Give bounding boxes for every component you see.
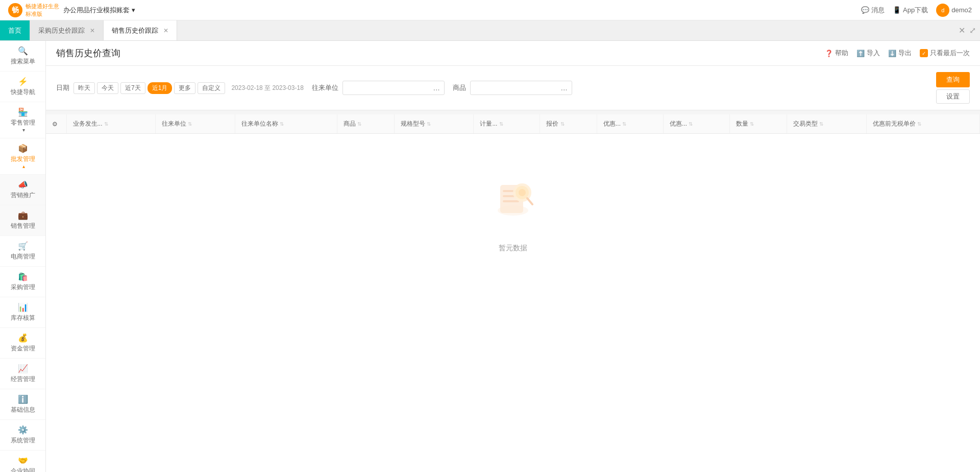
sort-icon: ⇅ <box>622 121 626 127</box>
tab-home[interactable]: 首页 <box>0 20 30 40</box>
purchase-icon: 🛍️ <box>18 272 28 281</box>
settings-button[interactable]: 设置 <box>936 89 970 104</box>
date-btn-more[interactable]: 更多 <box>174 82 195 94</box>
sidebar-item-inventory[interactable]: 📊 库存核算 <box>0 297 45 328</box>
sidebar-item-finance[interactable]: 💰 资金管理 <box>0 328 45 359</box>
date-btn-yesterday[interactable]: 昨天 <box>74 82 95 94</box>
sales-mgmt-icon: 💼 <box>18 210 28 220</box>
chevron-up-icon: ▴ <box>22 163 25 169</box>
goods-filter-field[interactable]: ... <box>470 81 572 95</box>
page-header: 销售历史价查询 ❓ 帮助 ⬆️ 导入 ⬇️ 导出 ✓ 只看最后一次 <box>46 41 980 66</box>
message-button[interactable]: 💬 消息 <box>861 6 885 15</box>
sidebar-item-purchase-label: 采购管理 <box>11 283 35 292</box>
date-filter-group: 日期 昨天 今天 近7天 近1月 更多 自定义 2023-02-18 至 202… <box>56 82 304 94</box>
sidebar-item-retail[interactable]: 🏪 零售管理 ▾ <box>0 102 45 138</box>
table-col-trade-type[interactable]: 交易类型 ⇅ <box>787 114 866 134</box>
table-col-partner-code[interactable]: 往来单位 ⇅ <box>155 114 235 134</box>
sidebar-item-ecommerce-label: 电商管理 <box>11 252 35 261</box>
sidebar-item-basic-label: 基础信息 <box>11 406 35 414</box>
sidebar-item-purchase[interactable]: 🛍️ 采购管理 <box>0 267 45 297</box>
tab-sales-history-close[interactable]: ✕ <box>163 27 168 34</box>
sidebar-item-basic[interactable]: ℹ️ 基础信息 <box>0 389 45 420</box>
date-buttons: 昨天 今天 近7天 近1月 更多 自定义 <box>74 82 225 94</box>
logo-icon: 畅 <box>8 3 22 17</box>
sidebar-item-retail-label: 零售管理 <box>11 119 35 127</box>
table-col-spec[interactable]: 规格型号 ⇅ <box>394 114 474 134</box>
import-button[interactable]: ⬆️ 导入 <box>856 49 880 58</box>
query-button[interactable]: 查询 <box>936 72 970 87</box>
tab-purchase-history-close[interactable]: ✕ <box>90 27 95 34</box>
table-col-unit[interactable]: 计量... ⇅ <box>474 114 540 134</box>
table-col-qty[interactable]: 数量 ⇅ <box>730 114 787 134</box>
date-btn-today[interactable]: 今天 <box>97 82 118 94</box>
sidebar-item-enterprise[interactable]: 🤝 企业协同 <box>0 451 45 472</box>
date-btn-last7[interactable]: 近7天 <box>120 82 145 94</box>
help-icon: ❓ <box>825 50 833 57</box>
sidebar-item-sales-mgmt[interactable]: 💼 销售管理 <box>0 205 45 236</box>
sidebar-item-system-label: 系统管理 <box>11 436 35 445</box>
empty-text: 暂元数据 <box>499 244 527 253</box>
shortcut-icon: ⚡ <box>18 77 28 86</box>
sidebar-item-operation[interactable]: 📈 经营管理 <box>0 359 45 389</box>
date-btn-last1m[interactable]: 近1月 <box>148 82 173 94</box>
partner-filter-field[interactable]: ... <box>342 81 445 95</box>
table-col-gear[interactable]: ⚙ <box>46 114 66 134</box>
partner-filter-group: 往来单位 ... <box>312 81 445 95</box>
app-download-button[interactable]: 📱 App下载 <box>893 6 928 15</box>
sort-icon: ⇅ <box>280 121 284 127</box>
topbar: 畅 畅捷通好生意 标准版 办公用品行业模拟账套 ▾ 💬 消息 📱 App下载 d… <box>0 0 980 20</box>
sidebar-item-wholesale-label: 批发管理 <box>11 155 35 163</box>
table-col-goods[interactable]: 商品 ⇅ <box>337 114 395 134</box>
sidebar-item-shortcut[interactable]: ⚡ 快捷导航 <box>0 72 45 102</box>
date-btn-custom[interactable]: 自定义 <box>198 82 225 94</box>
maximize-tab-action[interactable]: ⤢ <box>969 26 976 35</box>
filter-actions: 查询 设置 <box>936 72 970 104</box>
sort-icon: ⇅ <box>427 121 431 127</box>
sidebar: 🔍 搜索菜单 ⚡ 快捷导航 🏪 零售管理 ▾ 📦 批发管理 ▴ 📣 营销推广 💼… <box>0 41 46 472</box>
only-last-checkbox[interactable]: ✓ 只看最后一次 <box>920 49 970 58</box>
sidebar-item-inventory-label: 库存核算 <box>11 314 35 322</box>
svg-point-8 <box>519 189 526 196</box>
sidebar-item-search-label: 搜索菜单 <box>11 57 35 66</box>
tab-sales-history[interactable]: 销售历史价跟踪 ✕ <box>104 20 177 40</box>
enterprise-icon: 🤝 <box>18 456 28 465</box>
tabbar-actions: ✕ ⤢ <box>954 20 980 40</box>
table-col-discount1[interactable]: 优惠... ⇅ <box>597 114 664 134</box>
date-range-display: 2023-02-18 至 2023-03-18 <box>231 84 303 92</box>
main-layout: 🔍 搜索菜单 ⚡ 快捷导航 🏪 零售管理 ▾ 📦 批发管理 ▴ 📣 营销推广 💼… <box>0 41 980 472</box>
sidebar-item-operation-label: 经营管理 <box>11 375 35 384</box>
operation-icon: 📈 <box>18 364 28 373</box>
svg-line-7 <box>527 198 532 204</box>
sidebar-item-ecommerce[interactable]: 🛒 电商管理 <box>0 236 45 267</box>
page-header-actions: ❓ 帮助 ⬆️ 导入 ⬇️ 导出 ✓ 只看最后一次 <box>825 49 970 58</box>
download-icon: 📱 <box>893 6 901 14</box>
table-col-discount2[interactable]: 优惠... ⇅ <box>664 114 730 134</box>
export-button[interactable]: ⬇️ 导出 <box>888 49 912 58</box>
sort-icon: ⇅ <box>819 121 823 127</box>
search-icon: 🔍 <box>18 46 28 56</box>
sidebar-item-system[interactable]: ⚙️ 系统管理 <box>0 420 45 451</box>
sidebar-item-marketing-label: 营销推广 <box>11 191 35 200</box>
table-col-pre-tax[interactable]: 优惠前无税单价 ⇅ <box>866 114 980 134</box>
table-col-quote[interactable]: 报价 ⇅ <box>540 114 597 134</box>
close-tab-action[interactable]: ✕ <box>959 26 965 35</box>
message-icon: 💬 <box>861 6 869 14</box>
basic-icon: ℹ️ <box>18 394 28 404</box>
date-filter-label: 日期 <box>56 83 69 92</box>
sidebar-item-wholesale[interactable]: 📦 批发管理 ▴ <box>0 138 45 175</box>
sort-icon: ⇅ <box>689 121 693 127</box>
avatar: d <box>936 4 949 17</box>
tab-sales-history-label: 销售历史价跟踪 <box>112 26 158 35</box>
empty-icon <box>487 175 538 235</box>
sidebar-item-sales-mgmt-label: 销售管理 <box>11 222 35 230</box>
user-menu[interactable]: d demo2 <box>936 4 972 17</box>
app-selector-dropdown[interactable]: 办公用品行业模拟账套 ▾ <box>63 6 135 15</box>
sidebar-item-marketing[interactable]: 📣 营销推广 <box>0 175 45 205</box>
sidebar-item-search[interactable]: 🔍 搜索菜单 <box>0 41 45 72</box>
table-col-partner-name[interactable]: 往来单位名称 ⇅ <box>235 114 337 134</box>
table-col-biz-date[interactable]: 业务发生... ⇅ <box>66 114 155 134</box>
tab-purchase-history[interactable]: 采购历史价跟踪 ✕ <box>30 20 104 40</box>
logo-text: 畅捷通好生意 标准版 <box>26 3 59 17</box>
help-button[interactable]: ❓ 帮助 <box>825 49 848 58</box>
content-area: 销售历史价查询 ❓ 帮助 ⬆️ 导入 ⬇️ 导出 ✓ 只看最后一次 <box>46 41 980 472</box>
